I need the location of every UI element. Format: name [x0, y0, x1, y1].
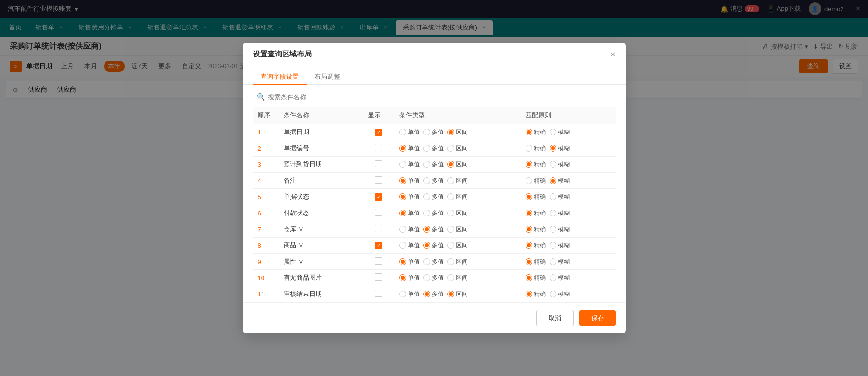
modal-dialog: 设置查询区域布局 × 查询字段设置 布局调整 🔍 顺序	[243, 43, 626, 103]
modal-tab-fields[interactable]: 查询字段设置	[253, 69, 307, 85]
modal-tab-bar: 查询字段设置 布局调整	[243, 64, 626, 85]
modal-search-area: 🔍	[243, 85, 626, 103]
search-icon: 🔍	[257, 93, 265, 101]
modal-overlay: 设置查询区域布局 × 查询字段设置 布局调整 🔍 顺序	[0, 0, 868, 103]
modal-tab-layout-label: 布局调整	[315, 73, 340, 80]
search-input[interactable]	[268, 93, 351, 101]
modal-tab-layout[interactable]: 布局调整	[307, 69, 348, 85]
modal-tab-fields-label: 查询字段设置	[261, 73, 299, 80]
modal-header: 设置查询区域布局 ×	[243, 43, 626, 64]
search-box: 🔍	[253, 91, 361, 103]
modal-close-button[interactable]: ×	[610, 50, 616, 59]
modal-title: 设置查询区域布局	[253, 50, 312, 59]
